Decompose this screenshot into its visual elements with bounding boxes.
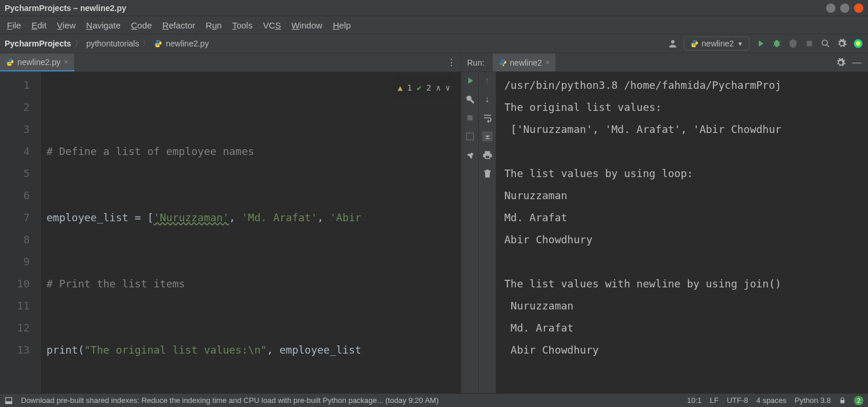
python-file-icon: [154, 39, 162, 48]
navigation-toolbar: PycharmProjects 〉 pythontutorials 〉 newl…: [0, 34, 868, 53]
settings-icon[interactable]: [835, 57, 846, 68]
inspections-widget[interactable]: ▲1 ✔2 ∧ ∨: [395, 75, 453, 100]
menu-help[interactable]: Help: [328, 18, 356, 33]
minimize-icon[interactable]: [826, 3, 835, 13]
svg-rect-2: [807, 41, 812, 46]
coverage-button[interactable]: [788, 38, 798, 49]
stop-button[interactable]: [804, 38, 815, 49]
tool-window-icon[interactable]: [5, 397, 13, 405]
print-icon[interactable]: [482, 150, 493, 160]
notification-badge[interactable]: 2: [854, 396, 863, 405]
run-button[interactable]: [755, 38, 766, 49]
menu-vcs[interactable]: VCS: [259, 18, 286, 33]
svg-point-0: [157, 41, 157, 41]
run-config-name: newline2: [702, 39, 734, 48]
lock-icon[interactable]: [839, 397, 846, 404]
tab-close-icon[interactable]: ×: [64, 57, 69, 66]
status-caret-pos[interactable]: 10:1: [687, 396, 701, 405]
svg-rect-6: [467, 116, 472, 121]
console-action-bar: ↑ ↓: [479, 72, 496, 393]
add-user-icon[interactable]: [668, 38, 678, 49]
chevron-down-icon[interactable]: ∨: [446, 77, 450, 99]
svg-rect-9: [6, 401, 12, 404]
close-icon[interactable]: [854, 3, 863, 13]
editor-tab-label: newline2.py: [17, 57, 60, 67]
main-menu: File Edit View Navigate Code Refactor Ru…: [0, 16, 868, 34]
status-line-separator[interactable]: LF: [710, 396, 719, 405]
status-bar: Download pre-built shared indexes: Reduc…: [0, 393, 868, 407]
run-action-bar: [461, 72, 479, 393]
run-header: Run: newline2 × —: [461, 53, 868, 72]
search-icon[interactable]: [820, 38, 831, 49]
window-titlebar: PycharmProjects – newline2.py: [0, 0, 868, 16]
chevron-up-icon[interactable]: ∧: [436, 77, 440, 99]
menu-tools[interactable]: Tools: [228, 18, 257, 33]
soft-wrap-icon[interactable]: [482, 113, 493, 123]
toolbar-actions: newline2 ▼: [668, 37, 863, 51]
svg-point-1: [159, 46, 160, 46]
python-icon: [498, 59, 507, 67]
debug-button[interactable]: [772, 38, 782, 49]
window-controls: [826, 3, 863, 13]
wrench-icon[interactable]: [465, 94, 475, 105]
chevron-right-icon: 〉: [142, 38, 150, 49]
menu-code[interactable]: Code: [127, 18, 157, 33]
svg-point-3: [822, 40, 827, 45]
svg-rect-7: [467, 133, 474, 140]
run-tab[interactable]: newline2 ×: [493, 53, 556, 71]
menu-edit[interactable]: Edit: [27, 18, 51, 33]
menu-view[interactable]: View: [52, 18, 80, 33]
layout-icon[interactable]: [465, 131, 475, 142]
more-icon[interactable]: ⋮: [447, 57, 456, 68]
down-arrow-icon[interactable]: ↓: [482, 94, 493, 105]
settings-icon[interactable]: [837, 38, 847, 49]
breadcrumb-file[interactable]: newline2.py: [166, 39, 209, 48]
tab-close-icon[interactable]: ×: [546, 58, 550, 67]
chevron-right-icon: 〉: [74, 38, 83, 49]
scroll-to-end-icon[interactable]: [482, 131, 493, 142]
python-icon: [690, 39, 698, 48]
line-number-gutter: 12345678910111213: [0, 72, 41, 393]
editor-pane: newline2.py × ⋮ 12345678910111213 ▲1 ✔2 …: [0, 53, 461, 393]
editor-tabs: newline2.py × ⋮: [0, 53, 461, 72]
breadcrumb-folder[interactable]: pythontutorials: [86, 39, 139, 48]
up-arrow-icon[interactable]: ↑: [482, 75, 493, 86]
menu-refactor[interactable]: Refactor: [157, 18, 200, 33]
menu-window[interactable]: Window: [287, 18, 327, 33]
menu-navigate[interactable]: Navigate: [81, 18, 125, 33]
run-tool-window: Run: newline2 × — ↑ ↓: [461, 53, 868, 393]
status-interpreter[interactable]: Python 3.8: [795, 396, 831, 405]
run-tab-label: newline2: [510, 58, 542, 67]
code-area[interactable]: ▲1 ✔2 ∧ ∨ # Define a list of employee na…: [41, 72, 461, 393]
status-indent[interactable]: 4 spaces: [756, 396, 787, 405]
maximize-icon[interactable]: [840, 3, 849, 13]
window-title: PycharmProjects – newline2.py: [5, 3, 826, 13]
pin-icon[interactable]: [465, 150, 475, 160]
run-label: Run:: [467, 58, 485, 67]
status-message[interactable]: Download pre-built shared indexes: Reduc…: [21, 396, 679, 405]
svg-point-5: [856, 41, 860, 46]
breadcrumb-project[interactable]: PycharmProjects: [5, 39, 71, 48]
chevron-down-icon: ▼: [737, 41, 743, 47]
stop-button[interactable]: [465, 113, 475, 123]
console-output[interactable]: /usr/bin/python3.8 /home/fahmida/Pycharm…: [496, 72, 868, 393]
status-encoding[interactable]: UTF-8: [727, 396, 748, 405]
run-config-selector[interactable]: newline2 ▼: [684, 37, 749, 51]
editor-tab-newline2[interactable]: newline2.py ×: [0, 53, 75, 71]
python-file-icon: [6, 58, 14, 66]
ide-logo-icon[interactable]: [853, 38, 863, 49]
breadcrumb: PycharmProjects 〉 pythontutorials 〉 newl…: [5, 38, 668, 49]
code-editor[interactable]: 12345678910111213 ▲1 ✔2 ∧ ∨ # Define a l…: [0, 72, 461, 393]
hide-icon[interactable]: —: [852, 57, 862, 68]
menu-run[interactable]: Run: [201, 18, 227, 33]
warning-icon: ▲: [397, 77, 402, 99]
trash-icon[interactable]: [482, 168, 493, 179]
rerun-button[interactable]: [465, 75, 475, 86]
menu-file[interactable]: File: [2, 18, 26, 33]
main-content: newline2.py × ⋮ 12345678910111213 ▲1 ✔2 …: [0, 53, 868, 393]
weak-warning-icon: ✔: [417, 77, 421, 99]
